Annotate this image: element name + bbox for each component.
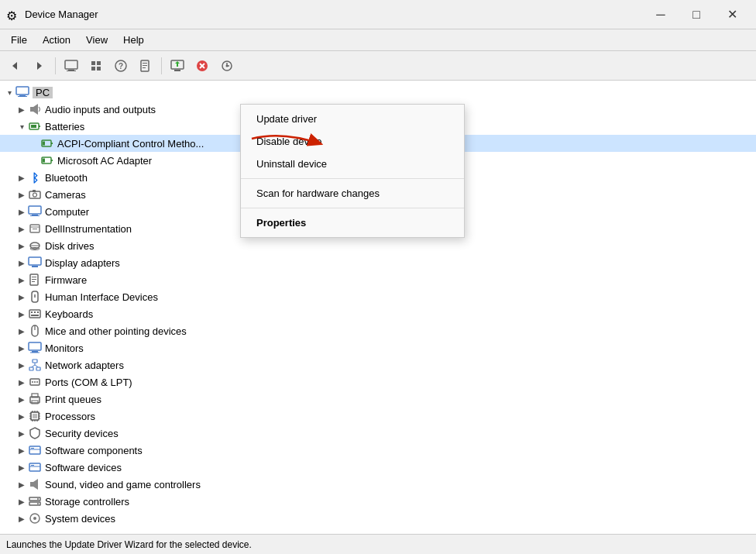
menu-view[interactable]: View xyxy=(78,31,115,49)
expand-bluetooth[interactable]: ▶ xyxy=(15,171,28,184)
expand-mice[interactable]: ▶ xyxy=(15,325,28,337)
menu-action[interactable]: Action xyxy=(35,31,78,49)
svg-rect-7 xyxy=(91,67,95,71)
tree-item-print[interactable]: ▶ Print queues xyxy=(0,391,756,408)
tree-item-processors[interactable]: ▶ Processors xyxy=(0,408,756,425)
mice-label: Mice and other pointing devices xyxy=(45,325,187,337)
ctx-scan[interactable]: Scan for hardware changes xyxy=(241,182,464,205)
acpi-label: ACPI-Compliant Control Metho... xyxy=(57,138,204,150)
tree-item-hid[interactable]: ▶ Human Interface Devices xyxy=(0,288,756,305)
window-title: Device Manager xyxy=(25,9,98,20)
status-bar: Launches the Update Driver Wizard for th… xyxy=(0,534,756,554)
ctx-separator-2 xyxy=(241,208,464,208)
tree-item-display[interactable]: ▶ Display adapters xyxy=(0,254,756,271)
list-button[interactable] xyxy=(84,55,108,77)
svg-rect-60 xyxy=(34,311,36,313)
expand-hid[interactable]: ▶ xyxy=(15,291,28,303)
maximize-button[interactable]: □ xyxy=(679,2,714,27)
minimize-button[interactable]: ─ xyxy=(643,2,679,27)
back-button[interactable] xyxy=(3,55,26,77)
expand-security[interactable]: ▶ xyxy=(15,427,28,439)
svg-rect-17 xyxy=(177,63,178,67)
menu-help[interactable]: Help xyxy=(115,31,152,49)
svg-rect-61 xyxy=(37,311,39,313)
svg-rect-59 xyxy=(31,311,33,313)
expand-cameras[interactable]: ▶ xyxy=(15,188,28,201)
expand-softdev[interactable]: ▶ xyxy=(15,461,28,473)
expand-ports[interactable]: ▶ xyxy=(15,376,28,388)
svg-rect-68 xyxy=(33,360,37,363)
disk-label: Disk drives xyxy=(45,240,94,252)
tree-item-softdev[interactable]: ▶ Software devices xyxy=(0,459,756,476)
tree-item-security[interactable]: ▶ Security devices xyxy=(0,425,756,442)
tree-item-system[interactable]: ▶ System devices xyxy=(0,510,756,527)
expand-storage[interactable]: ▶ xyxy=(15,495,28,508)
expand-monitors[interactable]: ▶ xyxy=(15,342,28,354)
svg-point-76 xyxy=(34,381,36,383)
svg-point-23 xyxy=(226,64,229,67)
expand-computer-cat[interactable]: ▶ xyxy=(15,205,28,218)
tree-item-sound[interactable]: ▶ Sound, video and game controllers xyxy=(0,476,756,493)
expand-processors[interactable]: ▶ xyxy=(15,410,28,422)
svg-rect-55 xyxy=(32,281,35,282)
properties-button[interactable] xyxy=(134,55,157,77)
svg-point-75 xyxy=(32,381,33,383)
close-button[interactable]: ✕ xyxy=(714,2,750,27)
svg-rect-38 xyxy=(29,191,40,198)
tree-item-computer[interactable]: ▾ PC xyxy=(0,84,756,101)
svg-point-77 xyxy=(36,381,38,383)
menu-file[interactable]: File xyxy=(3,31,35,49)
svg-rect-5 xyxy=(91,61,95,65)
expand-dell[interactable]: ▶ xyxy=(15,222,28,235)
mice-icon xyxy=(28,324,42,338)
help-button[interactable]: ? xyxy=(109,55,132,77)
device-manager-button[interactable] xyxy=(60,55,83,77)
forward-button[interactable] xyxy=(28,55,51,77)
expand-system[interactable]: ▶ xyxy=(15,512,28,525)
svg-rect-65 xyxy=(29,342,41,350)
ctx-properties[interactable]: Properties xyxy=(241,212,464,234)
tree-item-network[interactable]: ▶ Network adapters xyxy=(0,356,756,373)
computer-cat-label: Computer xyxy=(45,206,89,218)
expand-computer[interactable]: ▾ xyxy=(3,86,15,98)
ctx-separator-1 xyxy=(241,178,464,179)
tree-item-firmware[interactable]: ▶ Firmware xyxy=(0,271,756,288)
tree-item-monitors[interactable]: ▶ Monitors xyxy=(0,339,756,356)
softcomp-icon xyxy=(28,443,42,457)
storage-label: Storage controllers xyxy=(45,496,129,508)
dell-label: DellInstrumentation xyxy=(45,223,132,235)
update-driver-toolbar-button[interactable] xyxy=(166,55,189,77)
expand-display[interactable]: ▶ xyxy=(15,256,28,269)
svg-rect-13 xyxy=(143,65,147,66)
processors-icon xyxy=(28,409,42,423)
system-icon xyxy=(28,511,42,525)
title-bar: ⚙ Device Manager ─ □ ✕ xyxy=(0,0,756,29)
monitors-icon xyxy=(28,341,42,355)
tree-item-storage[interactable]: ▶ Storage controllers xyxy=(0,493,756,510)
ctx-update-driver[interactable]: Update driver xyxy=(241,108,464,130)
scan-toolbar-button[interactable] xyxy=(215,55,239,77)
tree-item-keyboards[interactable]: ▶ Keyboards xyxy=(0,305,756,322)
expand-sound[interactable]: ▶ xyxy=(15,478,28,490)
expand-batteries[interactable]: ▾ xyxy=(15,120,28,132)
tree-item-ports[interactable]: ▶ Ports (COM & LPT) xyxy=(0,373,756,391)
tree-item-mice[interactable]: ▶ Mice and other pointing devices xyxy=(0,322,756,339)
svg-rect-100 xyxy=(31,465,34,466)
tree-item-softcomp[interactable]: ▶ Software components xyxy=(0,442,756,459)
main-content: ▾ PC ▶ Audio inputs and outputs ▾ Batter… xyxy=(0,81,756,534)
expand-disk[interactable]: ▶ xyxy=(15,239,28,252)
expand-keyboards[interactable]: ▶ xyxy=(15,308,28,320)
expand-firmware[interactable]: ▶ xyxy=(15,274,28,286)
svg-rect-95 xyxy=(29,446,40,454)
ctx-disable-device[interactable]: Disable device xyxy=(241,130,464,153)
expand-network[interactable]: ▶ xyxy=(15,359,28,371)
expand-softcomp[interactable]: ▶ xyxy=(15,444,28,456)
expand-audio[interactable]: ▶ xyxy=(15,103,28,115)
tree-item-disk[interactable]: ▶ Disk drives xyxy=(0,237,756,254)
svg-rect-14 xyxy=(143,67,146,68)
expand-print[interactable]: ▶ xyxy=(15,393,28,405)
svg-point-108 xyxy=(33,517,36,520)
uninstall-toolbar-button[interactable] xyxy=(191,55,214,77)
security-icon xyxy=(28,426,42,440)
ctx-uninstall-device[interactable]: Uninstall device xyxy=(241,153,464,175)
